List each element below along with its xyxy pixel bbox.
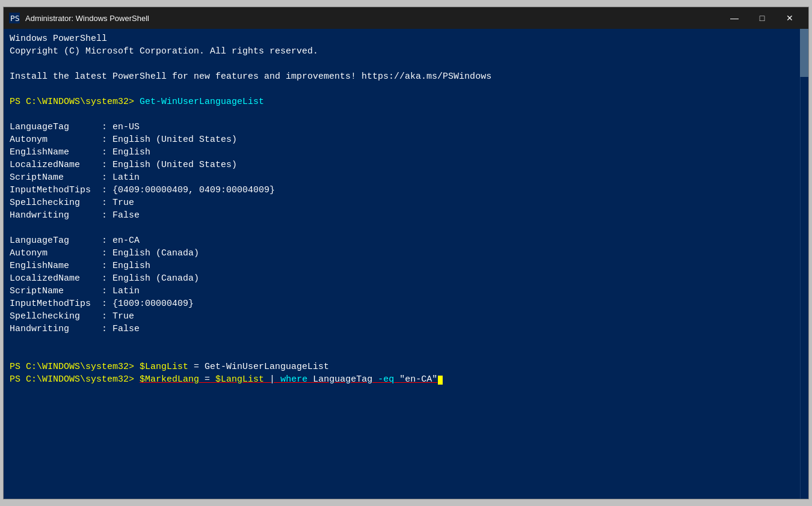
prompt-3: PS C:\WINDOWS\system32>: [10, 374, 140, 385]
svg-text:PS: PS: [10, 14, 20, 23]
prompt-1: PS C:\WINDOWS\system32>: [10, 97, 140, 107]
block1-line7: Spellchecking : True: [10, 197, 802, 209]
minimize-button[interactable]: —: [721, 7, 748, 29]
powershell-window: PS Administrator: Windows PowerShell — □…: [3, 7, 809, 499]
window-controls: — □ ✕: [721, 7, 804, 29]
cmd1-text: Get-WinUserLanguageList: [140, 97, 264, 107]
block1-line5: ScriptName : Latin: [10, 171, 802, 184]
block1-line8: Handwriting : False: [10, 209, 802, 222]
block2-line1: LanguageTag : en-CA: [10, 234, 802, 247]
block1-line3: EnglishName : English: [10, 146, 802, 159]
block2-line8: Handwriting : False: [10, 323, 802, 335]
block1-line4: LocalizedName : English (United States): [10, 159, 802, 171]
prompt-2: PS C:\WINDOWS\system32>: [10, 362, 140, 372]
maximize-button[interactable]: □: [748, 7, 776, 29]
line-copyright: Copyright (C) Microsoft Corporation. All…: [10, 45, 802, 58]
line-empty-5: [10, 335, 802, 348]
line-windows-powershell: Windows PowerShell: [10, 32, 802, 45]
window-title: Administrator: Windows PowerShell: [25, 14, 721, 23]
line-empty-6: [10, 348, 802, 361]
block2-line5: ScriptName : Latin: [10, 285, 802, 297]
line-install: Install the latest PowerShell for new fe…: [10, 70, 802, 83]
terminal-body[interactable]: Windows PowerShell Copyright (C) Microso…: [4, 29, 808, 499]
close-button[interactable]: ✕: [776, 7, 804, 29]
block1-line6: InputMethodTips : {0409:00000409, 0409:0…: [10, 184, 802, 197]
cursor: [438, 376, 443, 385]
block2-line2: Autonym : English (Canada): [10, 247, 802, 260]
block1-line2: Autonym : English (United States): [10, 133, 802, 146]
block2-line6: InputMethodTips : {1009:00000409}: [10, 297, 802, 310]
line-cmd2: PS C:\WINDOWS\system32> $LangList = Get-…: [10, 361, 802, 373]
cmd3-text: $MarkedLang = $LangList | where Language…: [140, 374, 437, 385]
line-empty-3: [10, 108, 802, 121]
line-cmd3: PS C:\WINDOWS\system32> $MarkedLang = $L…: [10, 373, 802, 386]
block2-line4: LocalizedName : English (Canada): [10, 272, 802, 285]
block2-line7: Spellchecking : True: [10, 310, 802, 323]
line-empty-4: [10, 222, 802, 234]
line-empty-1: [10, 58, 802, 70]
scrollbar-thumb[interactable]: [800, 29, 808, 77]
cmd2-text: $LangList = Get-WinUserLanguageList: [140, 362, 329, 372]
powershell-icon: PS: [8, 12, 20, 24]
line-empty-2: [10, 83, 802, 96]
scrollbar[interactable]: [800, 29, 808, 499]
title-bar: PS Administrator: Windows PowerShell — □…: [4, 7, 808, 29]
block1-line1: LanguageTag : en-US: [10, 121, 802, 133]
block2-line3: EnglishName : English: [10, 260, 802, 272]
line-cmd1: PS C:\WINDOWS\system32> Get-WinUserLangu…: [10, 96, 802, 108]
